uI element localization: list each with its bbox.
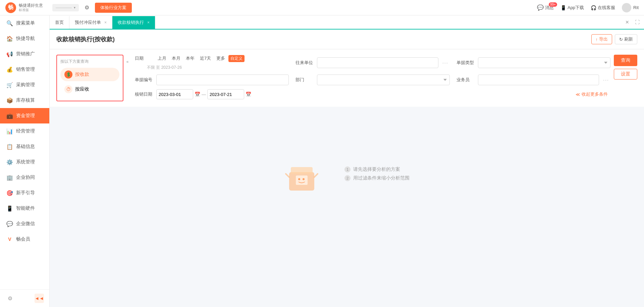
- search-menu-icon: 🔍: [7, 20, 13, 26]
- empty-content: 1 请先选择要分析的方案 2 用过滤条件来缩小分析范围: [284, 154, 410, 194]
- counterpart-ellipsis-button[interactable]: ···: [441, 60, 450, 65]
- department-select[interactable]: [317, 74, 449, 85]
- sidebar-item-label: 搜索菜单: [16, 20, 35, 26]
- purchase-icon: 🛒: [7, 82, 13, 88]
- tab-expand-button[interactable]: ⛶: [633, 18, 641, 26]
- sidebar-item-label: 营销推广: [16, 51, 35, 57]
- hint-number-2: 2: [344, 175, 351, 181]
- svg-point-4: [303, 178, 305, 180]
- filter-option-receivable-label: 按应收: [75, 86, 89, 92]
- refresh-icon: ↻: [619, 37, 623, 42]
- calendar-end-icon[interactable]: 📅: [246, 92, 251, 97]
- this-month-btn[interactable]: 本月: [170, 55, 182, 62]
- more-date-btn[interactable]: 更多: [214, 55, 227, 62]
- sidebar-item-finance[interactable]: 💼 资金管理: [0, 108, 49, 123]
- filter-option-by-receivable[interactable]: ⏱ 按应收: [60, 83, 119, 96]
- export-button[interactable]: ↑ 导出: [591, 34, 612, 44]
- gear-button[interactable]: ⚙: [82, 2, 92, 13]
- svg-line-5: [286, 174, 289, 177]
- verif-date-range: 📅 — 📅: [156, 89, 251, 99]
- sidebar-item-enterprise[interactable]: 🏢 企业协同: [0, 170, 49, 185]
- sidebar-item-wechat[interactable]: 💬 企业微信: [0, 216, 49, 232]
- system-icon: ⚙️: [7, 159, 13, 165]
- filter-row-3: 核销日期 📅 — 📅 ≪: [135, 89, 610, 99]
- doc-type-label: 单据类型: [457, 60, 475, 66]
- sidebar-item-system[interactable]: ⚙️ 系统管理: [0, 154, 49, 170]
- sidebar-item-vip[interactable]: V 畅会员: [0, 232, 49, 247]
- doc-type-select[interactable]: [478, 57, 610, 68]
- sales-person-ellipsis-button[interactable]: ···: [602, 77, 610, 83]
- basic-info-icon: 📋: [7, 144, 13, 150]
- counterpart-input[interactable]: [317, 57, 438, 68]
- hint-number-1: 1: [344, 166, 351, 172]
- query-button[interactable]: 查询: [614, 55, 637, 66]
- brand-logo: 畅: [5, 2, 16, 13]
- quick-nav-icon: 🏠: [7, 36, 13, 42]
- sidebar-item-marketing[interactable]: 📢 营销推广: [0, 46, 49, 62]
- app-download[interactable]: 📱 App下载: [560, 5, 584, 11]
- svg-rect-2: [296, 175, 308, 185]
- tab-bar: 首页 预付冲应付单 × 收款核销执行 × ✕ ⛶: [50, 15, 644, 30]
- tab-prepay[interactable]: 预付冲应付单 ×: [69, 16, 112, 29]
- this-year-btn[interactable]: 本年: [184, 55, 197, 62]
- export-icon: ↑: [596, 37, 598, 42]
- tab-receipt-label: 收款核销执行: [118, 19, 144, 25]
- empty-hint-2: 2 用过滤条件来缩小分析范围: [344, 175, 410, 181]
- page-content: 收款核销执行(按收款) ↑ 导出 ↻ 刷新: [50, 30, 644, 307]
- online-service-label: 在线客服: [598, 5, 615, 11]
- user-area[interactable]: Rit: [622, 3, 639, 12]
- tab-close-window-button[interactable]: ✕: [623, 18, 631, 26]
- notification-badge: 99+: [549, 2, 557, 7]
- tab-close-icon[interactable]: ×: [104, 20, 107, 25]
- sidebar-settings-button[interactable]: ⚙: [5, 294, 15, 303]
- sidebar-item-guide[interactable]: 🎯 新手引导: [0, 185, 49, 201]
- tab-receipt-verify[interactable]: 收款核销执行 ×: [112, 16, 155, 29]
- sidebar-item-purchase[interactable]: 🛒 采购管理: [0, 77, 49, 93]
- online-service[interactable]: 🎧 在线客服: [591, 5, 615, 11]
- sidebar-collapse-button[interactable]: ◄◄: [35, 294, 44, 303]
- sidebar-item-operations[interactable]: 📊 经营管理: [0, 123, 49, 139]
- panel-collapse-button[interactable]: «: [123, 55, 131, 101]
- sidebar: 🔍 搜索菜单 🏠 快捷导航 📢 营销推广 💰 销售管理 🛒 采购管理 📦: [0, 15, 50, 307]
- filter-option-by-receipt[interactable]: 💲 按收款: [60, 68, 119, 81]
- verif-date-start-input[interactable]: [156, 89, 193, 99]
- tab-home[interactable]: 首页: [50, 16, 69, 29]
- filter-settings-button[interactable]: 设置: [614, 69, 637, 80]
- sidebar-item-hardware[interactable]: 📱 智能硬件: [0, 201, 49, 216]
- vip-icon: V: [7, 236, 13, 242]
- notification-area[interactable]: 💬 消息 99+: [537, 4, 554, 11]
- app-name-area[interactable]: ———— ▾: [52, 4, 79, 11]
- filter-form: 日期 上月 本月 本年 近7天 更多 自定义 不限 至 2023-07-26: [131, 55, 614, 101]
- tab-prepay-label: 预付冲应付单: [75, 19, 101, 25]
- last-7days-btn[interactable]: 近7天: [198, 55, 213, 62]
- sidebar-item-label: 经营管理: [16, 128, 35, 134]
- verif-date-end-input[interactable]: [207, 89, 244, 99]
- doc-number-input[interactable]: [156, 74, 289, 85]
- empty-hints: 1 请先选择要分析的方案 2 用过滤条件来缩小分析范围: [344, 166, 410, 181]
- sidebar-item-quick-nav[interactable]: 🏠 快捷导航: [0, 31, 49, 46]
- refresh-button[interactable]: ↻ 刷新: [615, 34, 637, 44]
- svg-line-6: [314, 174, 318, 177]
- inventory-icon: 📦: [7, 97, 13, 103]
- hardware-icon: 📱: [7, 205, 13, 211]
- receivable-icon: ⏱: [64, 85, 72, 93]
- department-filter: 部门: [296, 74, 449, 85]
- page-actions: ↑ 导出 ↻ 刷新: [591, 34, 638, 44]
- last-month-btn[interactable]: 上月: [156, 55, 168, 62]
- sidebar-item-label: 库存核算: [16, 97, 35, 103]
- sales-person-input[interactable]: [478, 74, 599, 85]
- collapse-more-conditions-button[interactable]: ≪ 收起更多条件: [573, 90, 610, 99]
- industry-solution-button[interactable]: 体验行业方案: [95, 3, 132, 13]
- tab-active-close-icon[interactable]: ×: [147, 20, 150, 25]
- sales-person-label: 业务员: [457, 77, 475, 83]
- sidebar-item-search-menu[interactable]: 🔍 搜索菜单: [0, 15, 49, 31]
- date-range-separator: —: [202, 92, 206, 97]
- verif-date-filter: 核销日期 📅 — 📅: [135, 89, 291, 99]
- sidebar-item-inventory[interactable]: 📦 库存核算: [0, 93, 49, 108]
- sidebar-item-sales[interactable]: 💰 销售管理: [0, 62, 49, 77]
- more-conditions-area: ≪ 收起更多条件: [298, 90, 610, 99]
- empty-state: 1 请先选择要分析的方案 2 用过滤条件来缩小分析范围: [50, 107, 644, 241]
- empty-hint-1: 1 请先选择要分析的方案: [344, 166, 410, 172]
- sidebar-item-basic-info[interactable]: 📋 基础信息: [0, 139, 49, 154]
- calendar-start-icon[interactable]: 📅: [195, 92, 200, 97]
